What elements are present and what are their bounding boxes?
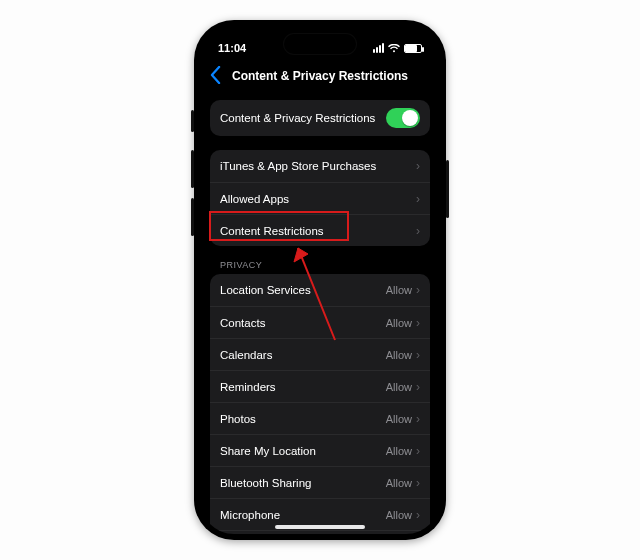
photos-row[interactable]: Photos Allow › (210, 402, 430, 434)
row-value: Allow (386, 349, 412, 361)
row-label: Bluetooth Sharing (220, 477, 386, 489)
bluetooth-sharing-row[interactable]: Bluetooth Sharing Allow › (210, 466, 430, 498)
chevron-right-icon: › (416, 160, 420, 172)
row-value: Allow (386, 477, 412, 489)
wifi-icon (388, 44, 400, 53)
row-label: Contacts (220, 317, 386, 329)
row-label: Photos (220, 413, 386, 425)
phone-frame: 11:04 Content & Privacy Restrictions Con… (194, 20, 446, 540)
dynamic-island (284, 34, 356, 54)
chevron-right-icon: › (416, 477, 420, 489)
volume-down (191, 198, 194, 236)
content-privacy-toggle[interactable] (386, 108, 420, 128)
row-label: Microphone (220, 509, 386, 521)
cellular-icon (373, 43, 384, 53)
share-location-row[interactable]: Share My Location Allow › (210, 434, 430, 466)
contacts-row[interactable]: Contacts Allow › (210, 306, 430, 338)
screen: 11:04 Content & Privacy Restrictions Con… (200, 26, 440, 534)
chevron-right-icon: › (416, 413, 420, 425)
mute-switch (191, 110, 194, 132)
chevron-right-icon: › (416, 445, 420, 457)
volume-up (191, 150, 194, 188)
speech-recognition-row[interactable]: Speech Recognition Allow › (210, 530, 430, 534)
row-value: Allow (386, 413, 412, 425)
chevron-right-icon: › (416, 509, 420, 521)
calendars-row[interactable]: Calendars Allow › (210, 338, 430, 370)
status-time: 11:04 (218, 42, 246, 54)
row-label: Reminders (220, 381, 386, 393)
status-indicators (373, 43, 422, 53)
row-label: Location Services (220, 284, 386, 296)
chevron-right-icon: › (416, 317, 420, 329)
chevron-left-icon (210, 66, 221, 84)
chevron-right-icon: › (416, 225, 420, 237)
toggle-group: Content & Privacy Restrictions (210, 100, 430, 136)
battery-icon (404, 44, 422, 53)
power-button (446, 160, 449, 218)
content-restrictions-row[interactable]: Content Restrictions › (210, 214, 430, 246)
row-label: Allowed Apps (220, 193, 416, 205)
row-value: Allow (386, 509, 412, 521)
row-value: Allow (386, 317, 412, 329)
row-label: Share My Location (220, 445, 386, 457)
privacy-group: Location Services Allow › Contacts Allow… (210, 274, 430, 534)
content-privacy-toggle-row[interactable]: Content & Privacy Restrictions (210, 100, 430, 136)
row-label: Calendars (220, 349, 386, 361)
row-label: iTunes & App Store Purchases (220, 160, 416, 172)
privacy-header: Privacy (210, 260, 430, 274)
reminders-row[interactable]: Reminders Allow › (210, 370, 430, 402)
row-label: Content & Privacy Restrictions (220, 112, 386, 124)
home-indicator[interactable] (275, 525, 365, 529)
row-value: Allow (386, 381, 412, 393)
chevron-right-icon: › (416, 193, 420, 205)
restrictions-group: iTunes & App Store Purchases › Allowed A… (210, 150, 430, 246)
page-title: Content & Privacy Restrictions (232, 69, 408, 83)
chevron-right-icon: › (416, 381, 420, 393)
location-services-row[interactable]: Location Services Allow › (210, 274, 430, 306)
row-value: Allow (386, 445, 412, 457)
allowed-apps-row[interactable]: Allowed Apps › (210, 182, 430, 214)
back-button[interactable] (210, 66, 228, 84)
settings-content[interactable]: Content & Privacy Restrictions iTunes & … (200, 92, 440, 534)
chevron-right-icon: › (416, 284, 420, 296)
chevron-right-icon: › (416, 349, 420, 361)
row-label: Content Restrictions (220, 225, 416, 237)
nav-bar: Content & Privacy Restrictions (200, 60, 440, 92)
row-value: Allow (386, 284, 412, 296)
itunes-purchases-row[interactable]: iTunes & App Store Purchases › (210, 150, 430, 182)
